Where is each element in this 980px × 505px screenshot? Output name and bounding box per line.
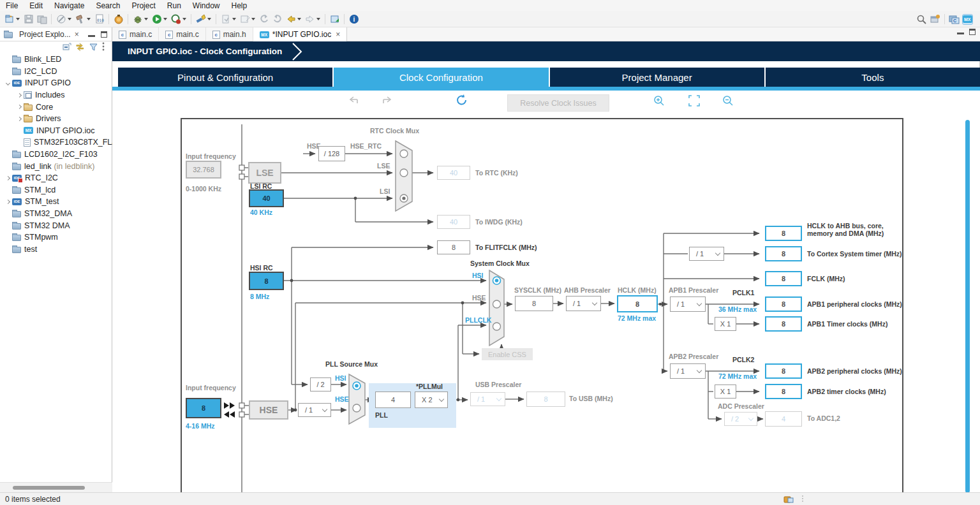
collapsed-chevron-icon[interactable] — [17, 93, 22, 98]
tree-item-ioc-file[interactable]: INPUT GPIO.ioc — [0, 125, 112, 137]
explorer-close-icon[interactable]: × — [75, 30, 79, 39]
lse-input-frequency-field[interactable]: 32.768 — [186, 161, 221, 179]
collapsed-chevron-icon[interactable] — [17, 117, 22, 121]
menu-edit[interactable]: Edit — [24, 1, 48, 11]
reset-clock-icon[interactable] — [456, 94, 468, 109]
tree-item-stm32-dma[interactable]: STM32_DMA — [0, 208, 112, 220]
dropdown-caret[interactable] — [207, 18, 211, 20]
tree-item-stmpwm[interactable]: STMpwm — [0, 231, 112, 244]
search-flashlight-icon[interactable] — [195, 13, 206, 24]
search-icon[interactable] — [916, 14, 927, 25]
lsi-rc-box[interactable]: 40 — [249, 189, 284, 207]
explorer-title[interactable]: Project Explo... — [19, 30, 71, 39]
apb2-timer-value-box[interactable]: 8 — [765, 384, 802, 399]
hse-source-box[interactable]: HSE — [249, 400, 288, 420]
open-perspective-icon[interactable] — [930, 14, 940, 25]
editor-tab-main-c-2[interactable]: main.c — [159, 27, 205, 41]
redo-icon[interactable] — [381, 96, 392, 108]
tree-item-flash-ld[interactable]: STM32F103C8TX_FLAS — [0, 136, 112, 149]
menu-window[interactable]: Window — [187, 1, 226, 11]
tree-item-input-gpio[interactable]: INPUT GPIO — [0, 77, 112, 89]
hclk-value-box[interactable]: 8 — [617, 295, 658, 312]
dropdown-caret[interactable] — [182, 18, 186, 20]
tree-item-i2c-lcd[interactable]: I2C_LCD — [0, 66, 112, 78]
zoom-out-icon[interactable] — [722, 95, 734, 109]
tree-item-rtc-i2c[interactable]: RTC_I2C — [0, 172, 112, 184]
tree-item-core[interactable]: Core — [0, 101, 112, 113]
save-icon[interactable] — [23, 13, 34, 24]
enable-css-button[interactable]: Enable CSS — [482, 348, 533, 360]
information-icon[interactable]: i — [348, 13, 359, 24]
dropdown-caret[interactable] — [232, 18, 236, 20]
status-tray-icon[interactable] — [783, 494, 794, 505]
tree-item-led-link[interactable]: led_link(in ledblink) — [0, 160, 112, 172]
cpp-perspective-icon[interactable]: C — [949, 14, 960, 25]
pllmul-dropdown[interactable]: X 2 — [415, 392, 448, 408]
menu-navigate[interactable]: Navigate — [48, 1, 90, 11]
hscrollbar-thumb[interactable] — [13, 486, 85, 490]
menu-help[interactable]: Help — [226, 1, 253, 11]
close-tab-icon[interactable]: × — [336, 30, 340, 39]
minimize-icon[interactable] — [957, 29, 964, 34]
collapsed-chevron-icon[interactable] — [6, 176, 10, 180]
tree-item-drivers[interactable]: Drivers — [0, 113, 112, 125]
tree-item-stm-test[interactable]: STM_test — [0, 196, 112, 208]
tab-clock-configuration[interactable]: Clock Configuration — [334, 68, 548, 87]
editor-tab-main-h[interactable]: main.h — [206, 27, 253, 41]
tree-item-blink-led[interactable]: Blink_LED — [0, 54, 112, 66]
zoom-in-icon[interactable] — [653, 95, 665, 109]
menu-search[interactable]: Search — [90, 1, 126, 11]
debug-icon[interactable] — [132, 13, 143, 24]
clock-diagram-canvas[interactable]: Input frequency 32.768 0-1000 KHz LSE LS… — [112, 113, 980, 492]
ahb-prescaler-dropdown[interactable]: / 1 — [566, 296, 601, 311]
hse-input-frequency-field[interactable]: 8 — [186, 398, 221, 418]
new-wizard-icon[interactable] — [4, 13, 15, 24]
link-with-editor-icon[interactable] — [76, 42, 85, 54]
forward-icon[interactable] — [304, 13, 315, 24]
hsi-rc-box[interactable]: 8 — [249, 272, 284, 290]
tree-item-stm32-dma2[interactable]: STM32 DMA — [0, 219, 112, 231]
apb2-prescaler-dropdown[interactable]: / 1 — [670, 363, 706, 379]
dropdown-caret[interactable] — [87, 18, 91, 20]
resolve-clock-issues-button[interactable]: Resolve Clock Issues — [507, 94, 609, 112]
explorer-hscrollbar[interactable] — [0, 482, 112, 492]
collapsed-chevron-icon[interactable] — [6, 200, 10, 204]
hse-prediv-dropdown[interactable]: / 1 — [298, 403, 331, 417]
minimize-icon[interactable] — [88, 31, 95, 37]
tab-tools[interactable]: Tools — [766, 68, 980, 87]
dropdown-caret[interactable] — [163, 18, 167, 20]
menu-project[interactable]: Project — [126, 1, 161, 11]
open-task-icon[interactable] — [220, 13, 231, 24]
menu-run[interactable]: Run — [161, 1, 187, 11]
maximize-icon[interactable] — [969, 29, 976, 35]
fclk-value-box[interactable]: 8 — [765, 271, 802, 286]
expanded-chevron-icon[interactable] — [6, 81, 10, 85]
run-icon[interactable] — [151, 13, 162, 24]
save-all-icon[interactable] — [36, 13, 47, 24]
tree-item-includes[interactable]: Includes — [0, 89, 112, 101]
apb1-peripheral-value-box[interactable]: 8 — [765, 296, 802, 312]
dropdown-caret[interactable] — [16, 18, 20, 20]
dropdown-caret[interactable] — [316, 18, 320, 20]
apb2-peripheral-value-box[interactable]: 8 — [765, 363, 802, 379]
build-hammer-icon[interactable] — [75, 13, 85, 24]
skip-breakpoints-icon[interactable] — [56, 13, 66, 24]
back-icon[interactable] — [285, 13, 296, 24]
binary-file-icon[interactable]: 010 — [94, 13, 105, 24]
apb1-timer-value-box[interactable]: 8 — [765, 316, 802, 332]
open-window-icon[interactable] — [329, 13, 340, 24]
profile-icon[interactable] — [170, 13, 181, 24]
device-configuration-icon[interactable] — [113, 13, 124, 24]
cubemx-perspective-icon[interactable]: MX — [962, 14, 973, 25]
hclk-ahb-value-box[interactable]: 8 — [765, 226, 802, 241]
dropdown-caret[interactable] — [251, 18, 255, 20]
editor-tab-main-c-1[interactable]: main.c — [112, 27, 159, 41]
dropdown-caret[interactable] — [297, 18, 301, 20]
tree-item-lcd1602[interactable]: LCD1602_I2C_F103 — [0, 149, 112, 161]
tree-item-test[interactable]: test — [0, 244, 112, 256]
menu-file[interactable]: File — [0, 1, 24, 11]
cortex-prescaler-dropdown[interactable]: / 1 — [689, 247, 724, 261]
dropdown-caret[interactable] — [144, 18, 148, 20]
previous-edit-icon[interactable] — [258, 13, 269, 24]
tab-project-manager[interactable]: Project Manager — [550, 68, 764, 87]
